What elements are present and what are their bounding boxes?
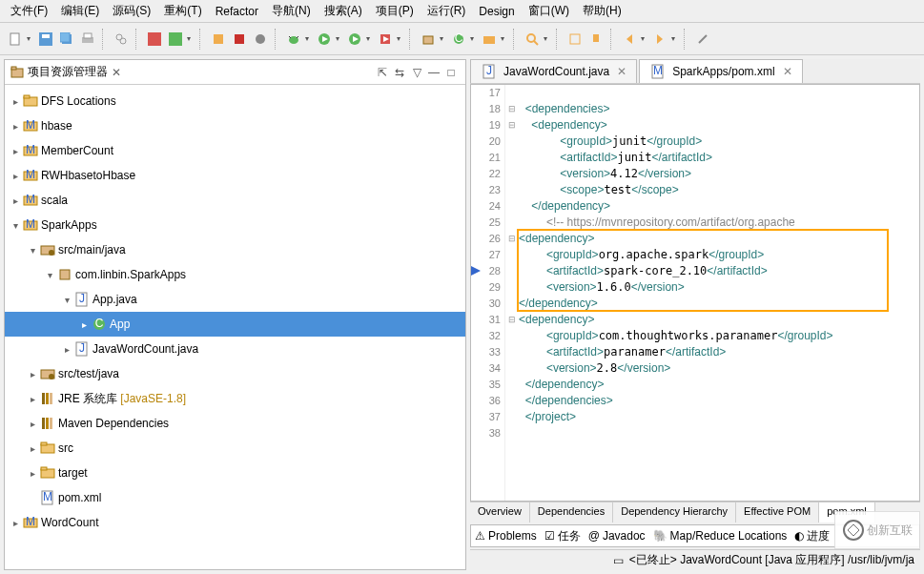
build-icon[interactable] bbox=[209, 30, 228, 49]
link-editor-icon[interactable]: ⇆ bbox=[391, 66, 408, 79]
code-line-35[interactable]: </dependency> bbox=[519, 377, 919, 393]
tree-item-app-java[interactable]: ▾JApp.java bbox=[5, 287, 465, 312]
view-tab-[interactable]: ◐ 进度 bbox=[794, 528, 830, 544]
tree-item-app[interactable]: ▸CApp bbox=[5, 312, 465, 337]
code-line-28[interactable]: <artifactId>spark-core_2.10</artifactId> bbox=[519, 263, 919, 279]
tree-item-target[interactable]: ▸target bbox=[5, 461, 465, 485]
save-all-icon[interactable] bbox=[57, 30, 76, 49]
editor-tab-javawordcount-java[interactable]: JJavaWordCount.java✕ bbox=[470, 59, 637, 83]
code-line-22[interactable]: <version>4.12</version> bbox=[519, 166, 919, 182]
run-last-icon[interactable] bbox=[345, 30, 364, 49]
new-class-icon[interactable]: C bbox=[449, 30, 468, 49]
expand-arrow-icon[interactable]: ▸ bbox=[26, 394, 39, 404]
expand-arrow-icon[interactable]: ▾ bbox=[60, 295, 73, 305]
expand-arrow-icon[interactable]: ▸ bbox=[9, 171, 22, 181]
expand-arrow-icon[interactable]: ▸ bbox=[26, 419, 39, 429]
view-menu-icon[interactable]: ▽ bbox=[408, 66, 425, 79]
tree-item-rwhbasetohbase[interactable]: ▸MRWHbasetoHbase bbox=[5, 163, 465, 188]
code-line-21[interactable]: <artifactId>junit</artifactId> bbox=[519, 150, 919, 166]
expand-arrow-icon[interactable]: ▸ bbox=[9, 121, 22, 132]
menu-refactor-cn[interactable]: 重构(T) bbox=[157, 0, 208, 22]
pom-tab-dependency-hierarchy[interactable]: Dependency Hierarchy bbox=[613, 502, 736, 523]
ext-tools-icon[interactable] bbox=[376, 30, 395, 49]
view-tab-[interactable]: ☑ 任务 bbox=[544, 528, 581, 544]
code-line-27[interactable]: <groupId>org.apache.spark</groupId> bbox=[519, 247, 919, 263]
code-line-33[interactable]: <artifactId>paranamer</artifactId> bbox=[519, 344, 919, 360]
menu-run[interactable]: 运行(R) bbox=[421, 0, 473, 22]
tree-item-hbase[interactable]: ▸Mhbase bbox=[5, 113, 465, 138]
view-tab-javadoc[interactable]: @ Javadoc bbox=[588, 529, 646, 543]
code-line-32[interactable]: <groupId>com.thoughtworks.paranamer</gro… bbox=[519, 328, 919, 344]
debug-config-icon[interactable] bbox=[145, 30, 164, 49]
expand-arrow-icon[interactable]: ▸ bbox=[9, 195, 22, 206]
expand-arrow-icon[interactable]: ▸ bbox=[60, 344, 73, 355]
close-icon[interactable]: ✕ bbox=[112, 66, 121, 79]
search-icon[interactable] bbox=[523, 30, 542, 49]
expand-arrow-icon[interactable]: ▸ bbox=[9, 146, 22, 156]
pom-tab-overview[interactable]: Overview bbox=[470, 502, 530, 523]
pom-tab-effective-pom[interactable]: Effective POM bbox=[736, 502, 819, 523]
menu-file[interactable]: 文件(F) bbox=[4, 0, 54, 22]
toggle-icon[interactable] bbox=[565, 30, 585, 49]
code-line-18[interactable]: <dependencies> bbox=[519, 101, 919, 117]
code-line-30[interactable]: </dependency> bbox=[519, 296, 919, 312]
menu-design[interactable]: Design bbox=[472, 2, 521, 21]
expand-arrow-icon[interactable]: ▸ bbox=[77, 319, 91, 330]
menu-help[interactable]: 帮助(H) bbox=[576, 0, 628, 22]
menu-refactor[interactable]: Refactor bbox=[209, 2, 265, 21]
code-line-19[interactable]: <dependency> bbox=[519, 117, 919, 133]
code-line-38[interactable] bbox=[519, 425, 919, 441]
new-pkg-icon[interactable] bbox=[419, 30, 438, 49]
minimize-icon[interactable]: — bbox=[425, 66, 442, 79]
print-icon[interactable] bbox=[78, 30, 97, 49]
project-tree[interactable]: ▸DFS Locations▸Mhbase▸MMemberCount▸MRWHb… bbox=[5, 85, 465, 569]
link-icon[interactable] bbox=[112, 30, 131, 49]
run-icon[interactable] bbox=[315, 30, 334, 49]
tree-item-pom-xml[interactable]: Mpom.xml bbox=[5, 485, 465, 510]
code-line-24[interactable]: </dependency> bbox=[519, 198, 919, 215]
tree-item-wordcount[interactable]: ▸MWordCount bbox=[5, 510, 465, 535]
expand-arrow-icon[interactable]: ▸ bbox=[26, 468, 39, 479]
tree-item-membercount[interactable]: ▸MMemberCount bbox=[5, 138, 465, 163]
fold-column[interactable]: ⊟⊟⊟⊟ bbox=[505, 85, 519, 501]
stop-icon[interactable] bbox=[230, 30, 249, 49]
expand-arrow-icon[interactable]: ▸ bbox=[26, 369, 39, 379]
tree-item-src-test-java[interactable]: ▸src/test/java bbox=[5, 361, 465, 386]
code-content[interactable]: <dependencies> <dependency> <groupId>jun… bbox=[519, 85, 919, 501]
pin-icon[interactable] bbox=[586, 30, 606, 49]
code-line-37[interactable]: </project> bbox=[519, 409, 919, 425]
tree-item-dfs-locations[interactable]: ▸DFS Locations bbox=[5, 89, 465, 113]
expand-arrow-icon[interactable]: ▸ bbox=[9, 518, 22, 528]
expand-arrow-icon[interactable]: ▾ bbox=[43, 270, 56, 280]
debug-icon[interactable] bbox=[284, 30, 303, 49]
tree-item-maven-dependencies[interactable]: ▸Maven Dependencies bbox=[5, 411, 465, 436]
new-folder-icon[interactable] bbox=[480, 30, 499, 49]
forward-icon[interactable] bbox=[650, 30, 669, 49]
code-line-20[interactable]: <groupId>junit</groupId> bbox=[519, 133, 919, 150]
view-tab-mapreducelocations[interactable]: 🐘 Map/Reduce Locations bbox=[653, 529, 788, 543]
code-line-36[interactable]: </dependencies> bbox=[519, 393, 919, 409]
back-icon[interactable] bbox=[620, 30, 639, 49]
menu-search[interactable]: 搜索(A) bbox=[318, 0, 369, 22]
save-icon[interactable] bbox=[36, 30, 55, 49]
new-icon[interactable] bbox=[6, 30, 25, 49]
code-line-23[interactable]: <scope>test</scope> bbox=[519, 182, 919, 198]
tree-item-sparkapps[interactable]: ▾MSparkApps bbox=[5, 213, 465, 237]
menu-window[interactable]: 窗口(W) bbox=[522, 0, 576, 22]
expand-arrow-icon[interactable]: ▸ bbox=[9, 96, 22, 107]
collapse-all-icon[interactable]: ⇱ bbox=[374, 66, 391, 79]
menu-navigate[interactable]: 导航(N) bbox=[265, 0, 318, 22]
maximize-icon[interactable]: □ bbox=[442, 66, 460, 79]
expand-arrow-icon[interactable]: ▾ bbox=[26, 245, 39, 256]
code-line-25[interactable]: <!-- https://mvnrepository.com/artifact/… bbox=[519, 215, 919, 231]
tree-item-src[interactable]: ▸src bbox=[5, 436, 465, 461]
pom-tab-dependencies[interactable]: Dependencies bbox=[530, 502, 613, 523]
expand-arrow-icon[interactable]: ▸ bbox=[26, 443, 39, 454]
wand-icon[interactable] bbox=[693, 30, 712, 49]
menu-source[interactable]: 源码(S) bbox=[106, 0, 157, 22]
code-editor[interactable]: 1718192021222324252627282930313233343536… bbox=[470, 84, 920, 502]
menu-project[interactable]: 项目(P) bbox=[369, 0, 421, 22]
tree-item-javawordcount-java[interactable]: ▸JJavaWordCount.java bbox=[5, 337, 465, 361]
tree-item-com-linbin-sparkapps[interactable]: ▾com.linbin.SparkApps bbox=[5, 262, 465, 287]
expand-arrow-icon[interactable]: ▾ bbox=[9, 220, 22, 231]
